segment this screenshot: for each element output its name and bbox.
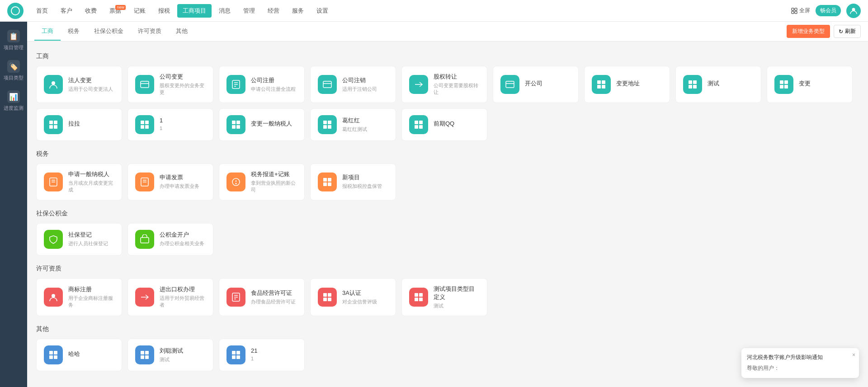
card-info: 3A认证 对企业信誉评级 [342,289,388,305]
card-icon [318,115,337,134]
card-公司变更[interactable]: 公司变更 股权变更外的业务变更 [127,66,213,103]
refresh-label: 刷新 [845,28,856,35]
nav-item-经营[interactable]: 经营 [262,4,285,18]
tab-社保公积金[interactable]: 社保公积金 [87,23,131,41]
card-info: 变更一般纳税人 [251,120,297,129]
nav-item-收费[interactable]: 收费 [80,4,102,18]
svg-rect-55 [328,178,331,182]
sidebar-label: 项目类型 [4,75,24,81]
card-info: 开公司 [525,79,571,89]
card-测试[interactable]: 测试 [675,66,761,103]
nav-item-服务[interactable]: 服务 [287,4,309,18]
card-icon [318,75,337,94]
nav-item-设置[interactable]: 设置 [311,4,334,18]
card-申请一般纳税人[interactable]: 申请一般纳税人 当月或次月成变更完成 [36,163,122,200]
svg-rect-32 [145,125,149,129]
card-info: 进出口权办理 适用于对外贸易经营者 [160,285,206,309]
card-info: 前期QQ [434,120,480,129]
card-变更地址[interactable]: 变更地址 [584,66,670,103]
card-法人变更[interactable]: 法人变更 适用于公司变更法人 [36,66,122,103]
card-变更[interactable]: 变更 [767,66,853,103]
card-社保登记[interactable]: 社保登记 进行人员社保登记 [36,223,122,256]
sidebar-icon: 🏷️ [7,60,20,73]
card-title: 股权转让 [434,73,480,81]
nav-item-记账[interactable]: 记账 [128,4,151,18]
card-info: 社保登记 进行人员社保登记 [68,231,114,247]
notification-close-button[interactable]: × [852,352,855,358]
card-公司注册[interactable]: 公司注册 申请公司注册全流程 [219,66,305,103]
card-公司注销[interactable]: 公司注销 适用于注销公司 [310,66,396,103]
card-测试项目类型目定义[interactable]: 测试项目类型目定义 测试 [401,278,487,316]
sidebar-label: 项目管理 [4,44,24,51]
card-21[interactable]: 21 1 [219,339,305,371]
card-title: 申请一般纳税人 [68,170,114,178]
vip-label: 畅会员 [820,7,836,14]
nav-item-票据[interactable]: 票据new [104,4,127,18]
refresh-button[interactable]: ↻ 刷新 [834,25,861,38]
svg-rect-19 [689,85,692,89]
card-title: 税务报道+记账 [251,170,297,178]
card-desc: 办理食品经营许可证 [251,298,297,305]
nav-item-客户[interactable]: 客户 [55,4,78,18]
card-title: 申请发票 [160,173,206,182]
tab-许可资质[interactable]: 许可资质 [131,23,169,41]
card-info: 21 1 [251,347,297,362]
card-公积金开户[interactable]: 公积金开户 办理公积金相关业务 [127,223,213,256]
vip-button[interactable]: 畅会员 [816,5,841,16]
card-icon [318,173,337,191]
svg-point-59 [52,294,55,298]
nav-item-首页[interactable]: 首页 [31,4,53,18]
nav-item-管理[interactable]: 管理 [238,4,260,18]
sidebar-item-项目管理[interactable]: 📋 项目管理 [0,25,27,56]
card-title: 拉拉 [68,120,114,128]
card-icon [318,288,337,307]
svg-rect-81 [236,351,240,354]
card-icon [135,115,154,134]
avatar[interactable] [846,4,861,18]
card-申请发票[interactable]: 申请发票 办理申请发票业务 [127,163,213,200]
add-type-button[interactable]: 新增业务类型 [787,25,830,38]
fullscreen-icon [791,8,797,14]
card-变更一般纳税人[interactable]: 变更一般纳税人 [219,108,305,141]
card-税务报道+记账[interactable]: 税务报道+记账 拿到营业执照的新公司 [219,163,305,200]
card-哈哈[interactable]: 哈哈 [36,339,122,371]
card-3A认证[interactable]: 3A认证 对企业信誉评级 [310,278,396,316]
card-新项目[interactable]: 新项目 报税加税控盘保管 [310,163,396,200]
card-股权转让[interactable]: 股权转让 公司变更需要股权转让 [401,66,487,103]
card-刘聪测试[interactable]: 刘聪测试 测试 [127,339,213,371]
nav-item-工商项目[interactable]: 工商项目 [177,4,212,18]
card-title: 刘聪测试 [160,347,206,355]
tab-税务[interactable]: 税务 [61,23,87,41]
card-info: 刘聪测试 测试 [160,347,206,363]
fullscreen-button[interactable]: 全屏 [791,7,810,14]
card-desc: 申请公司注册全流程 [251,86,297,93]
card-icon [135,345,154,364]
svg-rect-73 [54,351,57,354]
svg-rect-18 [693,80,697,84]
nav-item-消息[interactable]: 消息 [213,4,236,18]
card-葛红红[interactable]: 葛红红 葛红红测试 [310,108,396,141]
nav-item-报税[interactable]: 报税 [153,4,175,18]
logo [7,3,24,19]
card-拉拉[interactable]: 拉拉 [36,108,122,141]
svg-rect-69 [419,293,423,297]
sidebar-item-项目类型[interactable]: 🏷️ 项目类型 [0,56,27,86]
card-食品经营许可证[interactable]: 食品经营许可证 办理食品经营许可证 [219,278,305,316]
card-开公司[interactable]: 开公司 [493,66,579,103]
card-icon [409,75,428,94]
card-title: 测试 [708,79,754,88]
svg-rect-72 [49,351,53,354]
tab-其他[interactable]: 其他 [169,23,195,41]
sidebar-item-进度监测[interactable]: 📊 进度监测 [0,86,27,116]
svg-rect-58 [141,238,149,243]
tab-工商[interactable]: 工商 [34,23,61,41]
card-进出口权办理[interactable]: 进出口权办理 适用于对外贸易经营者 [127,278,213,316]
cards-grid-xuke: 商标注册 用于企业商标注册服务 进出口权办理 适用于对外贸易经营者 食品经营许可… [36,278,859,316]
card-前期QQ[interactable]: 前期QQ [401,108,487,141]
card-desc: 测试 [160,356,206,363]
card-商标注册[interactable]: 商标注册 用于企业商标注册服务 [36,278,122,316]
sidebar-icon: 📋 [7,30,20,42]
card-1[interactable]: 1 1 [127,108,213,141]
card-desc: 股权变更外的业务变更 [160,82,206,96]
svg-rect-79 [145,355,149,359]
